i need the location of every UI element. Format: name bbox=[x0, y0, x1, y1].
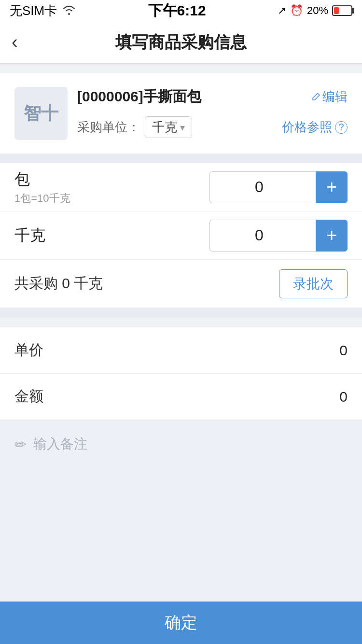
unit-price-label: 单价 bbox=[14, 340, 43, 360]
carrier-label: 无SIM卡 bbox=[10, 2, 57, 19]
confirm-button[interactable]: 确定 bbox=[0, 602, 362, 644]
kg-main-label: 千克 bbox=[14, 225, 101, 246]
pencil-icon: ✏ bbox=[14, 436, 27, 453]
page-title: 填写商品采购信息 bbox=[115, 31, 247, 54]
unit-label: 采购单位： bbox=[77, 119, 140, 136]
product-card: 智十 [0000006]手撕面包 编辑 采购单位： 千克 ▾ bbox=[0, 73, 362, 154]
status-right: ↗ ⏰ 20% bbox=[278, 4, 352, 17]
status-bar: 无SIM卡 下午6:12 ↗ ⏰ 20% bbox=[0, 0, 362, 21]
product-logo: 智十 bbox=[24, 102, 58, 126]
section-divider-2 bbox=[0, 308, 362, 318]
bag-label-group: 包 1包=10千克 bbox=[14, 169, 101, 206]
kg-label-group: 千克 bbox=[14, 225, 101, 246]
battery-percent: 20% bbox=[307, 4, 328, 17]
bag-quantity-input[interactable] bbox=[209, 171, 316, 203]
nav-bar: ‹ 填写商品采购信息 bbox=[0, 21, 362, 64]
back-button[interactable]: ‹ bbox=[12, 32, 18, 53]
amount-value: 0 bbox=[339, 389, 348, 405]
unit-price-row: 单价 0 bbox=[0, 327, 362, 374]
amount-row: 金额 0 bbox=[0, 374, 362, 420]
bag-input-group: + bbox=[209, 171, 348, 203]
kg-quantity-input[interactable] bbox=[209, 220, 316, 252]
amount-label: 金额 bbox=[14, 387, 43, 406]
product-title-row: [0000006]手撕面包 编辑 bbox=[77, 87, 348, 107]
bag-main-label: 包 bbox=[14, 169, 101, 190]
bag-sub-label: 1包=10千克 bbox=[14, 191, 101, 206]
kg-input-group: + bbox=[209, 220, 348, 252]
help-icon: ? bbox=[335, 121, 348, 134]
product-info: [0000006]手撕面包 编辑 采购单位： 千克 ▾ 价格参照 ? bbox=[77, 87, 348, 138]
alarm-icon: ⏰ bbox=[290, 4, 303, 17]
product-image: 智十 bbox=[14, 87, 68, 140]
unit-row: 采购单位： 千克 ▾ 价格参照 ? bbox=[77, 116, 348, 138]
edit-button[interactable]: 编辑 bbox=[311, 88, 348, 105]
note-placeholder: 输入备注 bbox=[33, 435, 87, 453]
product-name: [0000006]手撕面包 bbox=[77, 87, 201, 107]
input-section: 包 1包=10千克 + 千克 + bbox=[0, 163, 362, 260]
kg-plus-button[interactable]: + bbox=[316, 220, 348, 252]
kg-input-row: 千克 + bbox=[0, 211, 362, 260]
location-icon: ↗ bbox=[278, 4, 286, 17]
note-section[interactable]: ✏ 输入备注 bbox=[0, 420, 362, 468]
wifi-icon bbox=[62, 3, 76, 18]
bag-plus-button[interactable]: + bbox=[316, 171, 348, 203]
price-ref-button[interactable]: 价格参照 ? bbox=[282, 119, 348, 136]
unit-select[interactable]: 千克 ▾ bbox=[145, 116, 192, 138]
status-left: 无SIM卡 bbox=[10, 2, 76, 19]
chevron-down-icon: ▾ bbox=[180, 122, 185, 133]
status-time: 下午6:12 bbox=[148, 1, 206, 21]
price-section: 单价 0 金额 0 bbox=[0, 327, 362, 420]
battery-icon bbox=[332, 5, 352, 16]
bag-input-row: 包 1包=10千克 + bbox=[0, 163, 362, 211]
unit-price-value: 0 bbox=[339, 342, 348, 359]
section-divider-1 bbox=[0, 154, 362, 163]
record-batch-button[interactable]: 录批次 bbox=[279, 269, 348, 298]
summary-row: 共采购 0 千克 录批次 bbox=[0, 260, 362, 308]
summary-text: 共采购 0 千克 bbox=[14, 274, 103, 294]
